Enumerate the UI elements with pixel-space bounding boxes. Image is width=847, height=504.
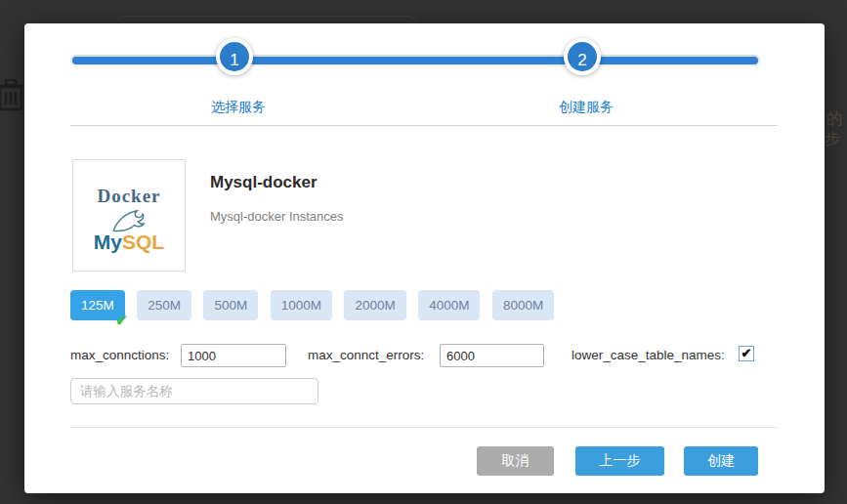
memory-option-8000m[interactable]: 8000M: [492, 290, 554, 320]
service-title: Mysql-docker: [210, 173, 318, 192]
memory-option-125m[interactable]: 125M✔: [70, 290, 125, 320]
wizard-step-2-label: 创建服务: [528, 99, 645, 116]
background-clipped-text: 步: [825, 129, 840, 148]
service-logo: Docker MySQL: [72, 159, 186, 272]
max-connect-errors-input[interactable]: [440, 344, 544, 367]
service-name-input[interactable]: [70, 378, 318, 404]
cancel-button[interactable]: 取消: [477, 446, 554, 476]
screen: 的 步 1 2 选择服务 创建服务 Docker MySQL Mysql-doc…: [0, 0, 847, 504]
memory-options-row: 125M✔ 250M 500M 1000M 2000M 4000M 8000M: [70, 290, 562, 320]
mysql-wordmark-sql: SQL: [122, 231, 164, 253]
mysql-dolphin-icon: [108, 207, 149, 232]
wizard-progress-fill: [72, 57, 758, 64]
wizard-step-2-circle[interactable]: 2: [564, 38, 601, 75]
background-clipped-text: 的: [826, 109, 842, 129]
create-button[interactable]: 创建: [684, 446, 758, 476]
memory-option-4000m[interactable]: 4000M: [418, 290, 480, 320]
max-connect-errors-label: max_connct_errors:: [308, 348, 424, 362]
create-service-dialog: 1 2 选择服务 创建服务 Docker MySQL Mysql-docker …: [24, 23, 825, 493]
docker-wordmark: Docker: [73, 186, 185, 207]
memory-option-500m[interactable]: 500M: [203, 290, 258, 320]
previous-step-button[interactable]: 上一步: [575, 446, 664, 476]
mysql-wordmark: MySQL: [73, 231, 185, 254]
selected-check-icon: ✔: [115, 313, 128, 327]
memory-option-1000m[interactable]: 1000M: [271, 290, 332, 320]
wizard-step-1-label: 选择服务: [180, 99, 297, 116]
memory-option-label: 125M: [81, 298, 114, 313]
memory-option-2000m[interactable]: 2000M: [344, 290, 405, 320]
header-divider: [70, 125, 778, 126]
wizard-step-1-circle[interactable]: 1: [216, 38, 253, 75]
lower-case-table-names-checkbox[interactable]: ✔: [739, 346, 754, 361]
lower-case-table-names-label: lower_case_table_names:: [572, 348, 725, 362]
service-subtitle: Mysql-docker Instances: [210, 209, 344, 224]
wizard-progress-track: [70, 55, 760, 66]
mysql-wordmark-my: My: [94, 231, 122, 253]
max-connections-input[interactable]: [181, 344, 286, 367]
trash-icon: [0, 78, 26, 111]
footer-divider: [70, 427, 778, 428]
memory-option-250m[interactable]: 250M: [137, 290, 191, 320]
max-connections-label: max_connctions:: [70, 348, 169, 362]
